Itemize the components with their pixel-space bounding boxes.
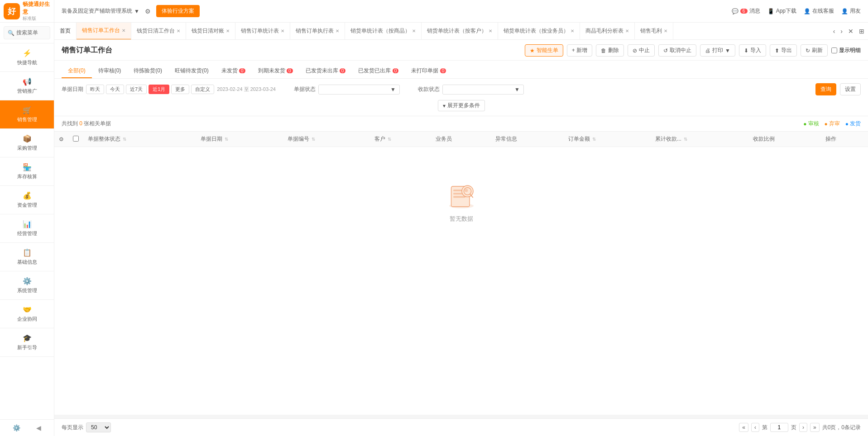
tab-sales-order-exec-close[interactable]: ✕ bbox=[336, 28, 339, 33]
sidebar-item-sales[interactable]: 🛒 销售管理 bbox=[0, 100, 54, 129]
tab-sales-profit[interactable]: 销售毛利 ✕ bbox=[635, 23, 673, 40]
page-input[interactable] bbox=[770, 423, 788, 432]
date-btn-today[interactable]: 今天 bbox=[106, 85, 124, 94]
select-all-checkbox[interactable] bbox=[73, 136, 79, 142]
th-amount-sort-icon[interactable]: ⇅ bbox=[592, 137, 596, 142]
tab-sales-order-exec[interactable]: 销售订单执行表 ✕ bbox=[290, 23, 345, 40]
show-detail-checkbox[interactable] bbox=[831, 47, 837, 53]
tab-sales-workbench[interactable]: 销售订单工作台 ✕ bbox=[77, 23, 131, 40]
filter-payment-select[interactable]: ▼ bbox=[442, 85, 524, 95]
subtab-pending-check[interactable]: 待拣验货(0) bbox=[127, 64, 168, 78]
prev-page-btn[interactable]: ‹ bbox=[751, 423, 759, 432]
sidebar-item-shortcut[interactable]: ⚡ 快捷导航 bbox=[0, 43, 54, 72]
sidebar-item-inventory[interactable]: 🏪 库存核算 bbox=[0, 157, 54, 186]
tab-nav-prev[interactable]: ‹ bbox=[831, 27, 837, 36]
subtab-pending-review[interactable]: 待审核(0) bbox=[92, 64, 128, 78]
tab-sales-stats-customer-close[interactable]: ✕ bbox=[489, 28, 492, 33]
tab-nav-expand[interactable]: ⊞ bbox=[857, 27, 866, 36]
tab-nav-close-all[interactable]: ✕ bbox=[846, 27, 855, 36]
th-status-sort-icon[interactable]: ⇅ bbox=[123, 137, 126, 142]
sidebar-item-guide[interactable]: 🎓 新手引导 bbox=[0, 328, 54, 357]
next-page-btn[interactable]: › bbox=[799, 423, 807, 432]
sidebar-item-purchase[interactable]: 📦 采购管理 bbox=[0, 129, 54, 157]
tab-cash-daily[interactable]: 钱货日清工作台 ✕ bbox=[131, 23, 186, 40]
filter-setting-btn[interactable]: 设置 bbox=[840, 83, 861, 95]
subtab-not-printed[interactable]: 未打印单据 0 bbox=[405, 64, 452, 78]
th-date-sort-icon[interactable]: ⇅ bbox=[225, 137, 228, 142]
revoke-btn[interactable]: ● 弃审 bbox=[825, 120, 840, 128]
tab-product-profit[interactable]: 商品毛利分析表 ✕ bbox=[580, 23, 635, 40]
th-collected-sort-icon[interactable]: ⇅ bbox=[684, 137, 687, 142]
audit-label: 审核 bbox=[808, 120, 819, 128]
sidebar-item-basic-info[interactable]: 📋 基础信息 bbox=[0, 243, 54, 271]
sidebar-item-system[interactable]: ⚙️ 系统管理 bbox=[0, 271, 54, 300]
sidebar-item-operations[interactable]: 📊 经营管理 bbox=[0, 214, 54, 243]
th-number-sort-icon[interactable]: ⇅ bbox=[312, 137, 315, 142]
th-customer-sort-icon[interactable]: ⇅ bbox=[388, 137, 391, 142]
tab-product-profit-label: 商品毛利分析表 bbox=[585, 27, 623, 35]
last-page-btn[interactable]: » bbox=[810, 423, 820, 432]
sidebar-item-marketing[interactable]: 📢 营销推广 bbox=[0, 72, 54, 100]
tab-cash-reconcile[interactable]: 钱货日清对账 ✕ bbox=[186, 23, 235, 40]
unsuspend-btn[interactable]: ↺ 取消中止 bbox=[658, 44, 696, 57]
module-selector[interactable]: 装备及固定资产辅助管理系统 ▼ bbox=[62, 7, 139, 15]
smart-create-btn[interactable]: ★ 智能生单 bbox=[525, 44, 563, 57]
subtab-not-printed-badge: 0 bbox=[440, 68, 446, 73]
date-btn-yesterday[interactable]: 昨天 bbox=[86, 85, 104, 94]
date-btn-more[interactable]: 更多 bbox=[171, 85, 189, 94]
date-btn-custom[interactable]: 自定义 bbox=[191, 85, 214, 94]
online-service-action[interactable]: 👤 在线客服 bbox=[804, 7, 834, 15]
sidebar-item-finance[interactable]: 💰 资金管理 bbox=[0, 186, 54, 214]
subtab-all[interactable]: 全部(0) bbox=[62, 64, 92, 78]
filter-status-select[interactable]: ▼ bbox=[318, 85, 400, 95]
subtab-expired-not-shipped[interactable]: 到期未发货 0 bbox=[252, 64, 299, 78]
collapse-btn[interactable]: ◀ bbox=[36, 424, 41, 431]
user-action[interactable]: 👤 用友 bbox=[841, 7, 861, 15]
expand-conditions-btn[interactable]: ▾ 展开更多条件 bbox=[438, 100, 485, 111]
query-btn[interactable]: 查询 bbox=[815, 83, 836, 95]
tab-sales-order-stats-close[interactable]: ✕ bbox=[281, 28, 284, 33]
subtab-shipped-not-out[interactable]: 已发货未出库 0 bbox=[299, 64, 352, 78]
sidebar-item-enterprise[interactable]: 🤝 企业协同 bbox=[0, 300, 54, 328]
tab-sales-stats-customer[interactable]: 销货单统计表（按客户） ✕ bbox=[422, 23, 498, 40]
import-btn[interactable]: ⬇ 导入 bbox=[739, 44, 766, 57]
th-setting[interactable]: ⚙ bbox=[54, 132, 68, 147]
tab-sales-stats-product-close[interactable]: ✕ bbox=[412, 28, 416, 33]
delete-btn[interactable]: 🗑 删除 bbox=[596, 44, 624, 57]
tab-sales-stats-staff[interactable]: 销货单统计表（按业务员） ✕ bbox=[498, 23, 580, 40]
date-btn-1month[interactable]: 近1月 bbox=[149, 85, 169, 94]
industry-btn[interactable]: 体验行业方案 bbox=[156, 5, 200, 17]
export-btn[interactable]: ⬆ 导出 bbox=[770, 44, 797, 57]
topbar-gear-icon[interactable]: ⚙ bbox=[145, 8, 151, 15]
tab-product-profit-close[interactable]: ✕ bbox=[625, 28, 629, 33]
first-page-btn[interactable]: « bbox=[739, 423, 748, 432]
horizontal-scrollbar[interactable] bbox=[54, 415, 868, 418]
suspend-btn[interactable]: ⊘ 中止 bbox=[628, 44, 655, 57]
tab-cash-reconcile-close[interactable]: ✕ bbox=[226, 28, 230, 33]
tab-nav-next[interactable]: › bbox=[839, 27, 844, 36]
tab-sales-stats-product[interactable]: 销货单统计表（按商品） ✕ bbox=[345, 23, 422, 40]
search-menu-btn[interactable]: 🔍 搜索菜单 bbox=[4, 26, 50, 39]
edition-name: 标准版 bbox=[23, 15, 50, 22]
subtab-shipped-out[interactable]: 已发货已出库 0 bbox=[352, 64, 405, 78]
tab-cash-daily-close[interactable]: ✕ bbox=[177, 28, 180, 33]
message-action[interactable]: 💬 6 消息 bbox=[732, 7, 760, 15]
subtab-not-shipped[interactable]: 未发货 0 bbox=[215, 64, 252, 78]
ship-btn[interactable]: ● 发货 bbox=[845, 120, 861, 128]
tab-sales-order-stats[interactable]: 销售订单统计表 ✕ bbox=[235, 23, 290, 40]
settings-bottom-btn[interactable]: ⚙️ bbox=[13, 424, 20, 431]
audit-btn[interactable]: ● 审核 bbox=[803, 120, 819, 128]
tab-sales-profit-close[interactable]: ✕ bbox=[664, 28, 667, 33]
refresh-btn[interactable]: ↻ 刷新 bbox=[801, 44, 828, 57]
tab-home[interactable]: 首页 bbox=[54, 23, 77, 40]
show-detail-toggle[interactable]: 显示明细 bbox=[831, 47, 861, 54]
subtab-wangpu[interactable]: 旺铺待发货(0) bbox=[168, 64, 215, 78]
th-checkbox[interactable] bbox=[68, 132, 83, 147]
new-btn[interactable]: + 新增 bbox=[567, 44, 592, 57]
per-page-select[interactable]: 10 20 50 100 bbox=[86, 422, 111, 432]
print-btn[interactable]: 🖨 打印 ▼ bbox=[700, 44, 735, 57]
tab-sales-workbench-close[interactable]: ✕ bbox=[122, 28, 125, 33]
tab-sales-stats-staff-close[interactable]: ✕ bbox=[571, 28, 574, 33]
date-btn-7days[interactable]: 近7天 bbox=[126, 85, 147, 94]
app-download-action[interactable]: 📱 App下载 bbox=[767, 7, 796, 15]
